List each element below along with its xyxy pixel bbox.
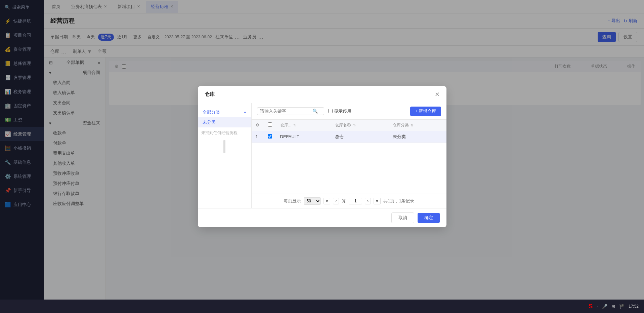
modal-per-page-select[interactable]: 50 100 <box>304 197 321 205</box>
taskbar-time: 17:52 <box>629 304 639 309</box>
modal-page-input[interactable] <box>349 198 362 204</box>
modal-category-panel: 全部分类 « 未分类 未找到任何经营历程 <box>198 103 252 208</box>
row-id: 1 <box>252 131 264 143</box>
th-settings[interactable]: ⚙ <box>252 120 264 131</box>
warehouse-modal: 仓库 ✕ 全部分类 « 未分类 未找到任何经营历程 <box>198 86 446 227</box>
th-category[interactable]: 仓库分类 ⇅ <box>389 120 446 131</box>
modal-close-button[interactable]: ✕ <box>435 91 440 98</box>
row-code: DEFAULT <box>276 131 331 143</box>
show-disabled-text: 显示停用 <box>334 108 351 114</box>
add-warehouse-button[interactable]: + 新增仓库 <box>410 107 441 116</box>
taskbar-mic-icon: 🎤 <box>602 304 607 309</box>
taskbar-dot1: · <box>597 304 598 309</box>
row-checkbox[interactable] <box>264 131 276 143</box>
table-header-row: ⚙ 仓库... ⇅ 仓库名称 ⇅ <box>252 120 446 131</box>
modal-toolbar: 🔍 显示停用 + 新增仓库 <box>252 103 446 120</box>
sort-code-icon[interactable]: ⇅ <box>293 123 296 127</box>
modal-overlay: 仓库 ✕ 全部分类 « 未分类 未找到任何经营历程 <box>0 0 644 313</box>
row-name: 总仓 <box>331 131 389 143</box>
row-category: 未分类 <box>389 131 446 143</box>
modal-search-input[interactable] <box>260 109 310 114</box>
all-category-label: 全部分类 <box>203 109 220 115</box>
th-code[interactable]: 仓库... ⇅ <box>276 120 331 131</box>
sort-name-icon[interactable]: ⇅ <box>353 123 356 127</box>
modal-total-info: 共1页，1条记录 <box>383 198 414 204</box>
all-category-header[interactable]: 全部分类 « <box>198 107 251 117</box>
modal-prev-btn[interactable]: ‹ <box>333 198 339 204</box>
modal-last-btn[interactable]: » <box>374 198 381 204</box>
show-disabled-checkbox[interactable] <box>328 109 333 113</box>
no-data-tip: 未找到任何经营历程 <box>198 127 251 139</box>
modal-collapse-icon[interactable]: « <box>244 110 246 115</box>
modal-pagination: 每页显示 50 100 « ‹ 算 › » 共1页，1条记录 <box>252 194 446 208</box>
modal-content-panel: 🔍 显示停用 + 新增仓库 ⚙ <box>252 103 446 208</box>
uncategorized-item[interactable]: 未分类 <box>198 117 251 127</box>
taskbar-flag-icon: 🏴 <box>619 304 625 309</box>
modal-table: ⚙ 仓库... ⇅ 仓库名称 ⇅ <box>252 120 446 194</box>
modal-search-box[interactable]: 🔍 <box>257 107 324 115</box>
taskbar-logo: S <box>589 303 593 310</box>
modal-header: 仓库 ✕ <box>198 86 446 103</box>
confirm-button[interactable]: 确定 <box>418 213 440 223</box>
modal-search-icon: 🔍 <box>312 109 318 114</box>
table-row[interactable]: 1 DEFAULT 总仓 未分类 <box>252 131 446 143</box>
modal-page-prefix: 算 <box>342 198 346 204</box>
modal-select-all[interactable] <box>268 122 272 127</box>
th-checkbox <box>264 120 276 131</box>
modal-first-btn[interactable]: « <box>324 198 331 204</box>
th-name[interactable]: 仓库名称 ⇅ <box>331 120 389 131</box>
modal-body: 全部分类 « 未分类 未找到任何经营历程 🔍 <box>198 103 446 208</box>
modal-next-btn[interactable]: › <box>365 198 371 204</box>
show-disabled-label[interactable]: 显示停用 <box>328 108 351 114</box>
taskbar: S · 🎤 ⊞ 🏴 17:52 <box>0 300 644 313</box>
taskbar-grid-icon: ⊞ <box>611 304 615 309</box>
modal-per-page-label: 每页显示 <box>284 198 301 204</box>
warehouse-table: ⚙ 仓库... ⇅ 仓库名称 ⇅ <box>252 120 446 143</box>
cancel-button[interactable]: 取消 <box>391 212 414 223</box>
modal-footer: 取消 确定 <box>198 208 446 227</box>
sort-cat-icon[interactable]: ⇅ <box>411 123 413 127</box>
modal-title: 仓库 <box>205 91 215 97</box>
